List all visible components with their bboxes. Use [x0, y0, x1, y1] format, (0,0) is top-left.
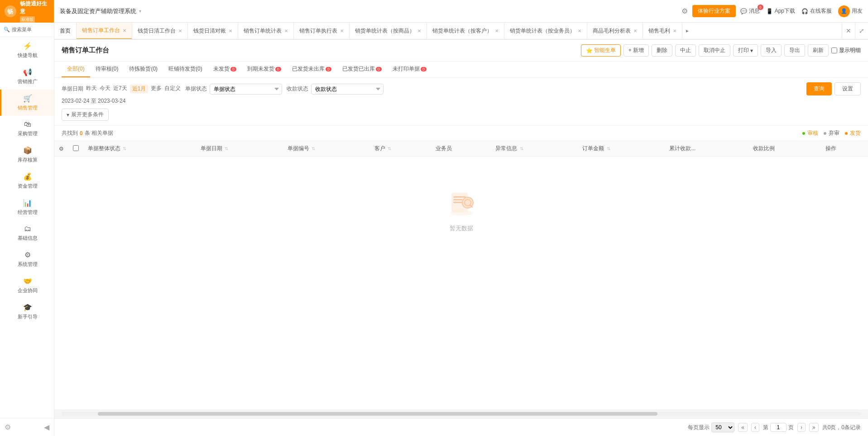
sidebar-item-marketing[interactable]: 📢 营销推广 — [0, 63, 54, 90]
per-page-select[interactable]: 50 20 100 — [711, 422, 734, 432]
tabs-more-btn[interactable]: ▸ — [682, 28, 692, 34]
tab-close-icon[interactable]: ✕ — [284, 28, 288, 33]
horizontal-scrollbar[interactable] — [62, 412, 861, 416]
th-amount[interactable]: 订单金额 ⇅ — [578, 141, 665, 156]
tab-close-icon[interactable]: ✕ — [495, 28, 499, 33]
tab-close-icon[interactable]: ✕ — [178, 28, 182, 33]
show-detail-checkbox[interactable] — [831, 47, 837, 53]
date-7days[interactable]: 近7天 — [113, 85, 127, 93]
tab-close-icon[interactable]: ✕ — [123, 28, 126, 33]
tab-close-icon[interactable]: ✕ — [633, 28, 637, 33]
set-btn[interactable]: 设置 — [834, 82, 861, 95]
tab-sales-order-exec[interactable]: 销售订单执行表 ✕ — [294, 23, 350, 39]
refresh-btn[interactable]: 刷新 — [808, 44, 829, 57]
date-more[interactable]: 更多 — [151, 85, 162, 93]
date-yesterday[interactable]: 昨天 — [86, 85, 97, 93]
print-btn[interactable]: 打印 ▾ — [733, 44, 758, 57]
subtab-all[interactable]: 全部(0) — [62, 62, 90, 77]
add-btn[interactable]: + 新增 — [623, 44, 649, 57]
subtab-overdue[interactable]: 到期未发货0 — [242, 62, 287, 77]
cancel-stop-btn[interactable]: 取消中止 — [699, 44, 730, 57]
th-staff[interactable]: 业务员 — [431, 141, 491, 156]
tab-sales-stats-product[interactable]: 销货单统计表（按商品） ✕ — [350, 23, 427, 39]
stop-btn[interactable]: 中止 — [675, 44, 696, 57]
smart-create-btn[interactable]: ⭐ 智能生单 — [581, 44, 621, 57]
first-page-btn[interactable]: « — [738, 423, 748, 432]
sidebar-item-operations[interactable]: 📊 经营管理 — [0, 194, 54, 220]
settings-icon[interactable]: ⚙ — [681, 7, 688, 15]
tab-sales-stats-customer[interactable]: 销货单统计表（按客户） ✕ — [427, 23, 504, 39]
table-header-row: ⚙ 单据整体状态 ⇅ 单据日期 ⇅ 单据编号 — [54, 141, 868, 156]
subtab-not-shipped[interactable]: 未发货0 — [208, 62, 242, 77]
tab-sales-stats-staff[interactable]: 销货单统计表（按业务员） ✕ — [504, 23, 587, 39]
th-settings[interactable]: ⚙ — [54, 141, 68, 156]
messages-btn[interactable]: 💬 消息 6 — [740, 7, 760, 15]
last-page-btn[interactable]: » — [809, 423, 819, 432]
date-custom[interactable]: 自定义 — [164, 85, 181, 93]
tab-close-icon[interactable]: ✕ — [673, 28, 676, 33]
subtab-shipped-out[interactable]: 已发货已出库0 — [337, 62, 387, 77]
date-1month[interactable]: 近1月 — [130, 85, 149, 93]
tab-home[interactable]: 首页 — [54, 23, 77, 39]
settings-icon[interactable]: ⚙ — [5, 423, 11, 431]
tab-sales-more[interactable]: 销售毛利 ✕ — [643, 23, 682, 39]
subtab-pending-check[interactable]: 待拣验货(0) — [124, 62, 163, 77]
app-download-btn[interactable]: 📱 App下载 — [766, 7, 795, 15]
sidebar-item-purchase[interactable]: 🛍 采购管理 — [0, 116, 54, 142]
tab-close-icon[interactable]: ✕ — [340, 28, 344, 33]
prev-page-btn[interactable]: ‹ — [751, 423, 759, 432]
show-detail-toggle[interactable]: 显示明细 — [831, 47, 861, 54]
close-all-tabs-btn[interactable]: ✕ — [842, 23, 855, 39]
th-date[interactable]: 单据日期 ⇅ — [196, 141, 283, 156]
user-menu[interactable]: 👤 用友 — [838, 5, 863, 17]
tab-close-icon[interactable]: ✕ — [417, 28, 421, 33]
sidebar-item-enterprise[interactable]: 🤝 企业协同 — [0, 272, 54, 299]
subtab-shipped-not-out[interactable]: 已发货未出库0 — [287, 62, 337, 77]
payment-select[interactable]: 收款状态 — [311, 84, 384, 95]
page-input[interactable] — [770, 423, 786, 432]
review-btn[interactable]: 审核 — [802, 129, 818, 137]
sidebar-item-inventory[interactable]: 📦 库存核算 — [0, 142, 54, 168]
th-customer[interactable]: 客户 ⇅ — [370, 141, 431, 156]
maximize-btn[interactable]: ⤢ — [855, 23, 868, 39]
sidebar-item-basic-info[interactable]: 🗂 基础信息 — [0, 220, 54, 246]
subtab-wangpu[interactable]: 旺铺待发货(0) — [163, 62, 208, 77]
th-checkbox[interactable] — [68, 141, 83, 156]
sidebar-item-sales[interactable]: 🛒 销售管理 — [0, 90, 54, 116]
subtab-pending-review[interactable]: 待审核(0) — [90, 62, 124, 77]
reject-btn[interactable]: 弃审 — [824, 129, 839, 137]
th-number[interactable]: 单据编号 ⇅ — [283, 141, 370, 156]
subtab-not-printed[interactable]: 未打印单据0 — [387, 62, 432, 77]
ship-btn[interactable]: 发货 — [845, 129, 861, 137]
tab-sales-workbench[interactable]: 销售订单工作台 ✕ — [77, 23, 132, 39]
industry-btn[interactable]: 体验行业方案 — [692, 5, 736, 17]
delete-btn[interactable]: 删除 — [652, 44, 672, 57]
th-anomaly[interactable]: 异常信息 ⇅ — [491, 141, 578, 156]
tab-sales-order-stats[interactable]: 销售订单统计表 ✕ — [238, 23, 294, 39]
status-select[interactable]: 单据状态 — [210, 84, 282, 95]
import-btn[interactable]: 导入 — [761, 44, 782, 57]
th-ratio[interactable]: 收款比例 — [748, 141, 821, 156]
sidebar-item-system[interactable]: ⚙ 系统管理 — [0, 246, 54, 272]
sidebar-item-finance[interactable]: 💰 资金管理 — [0, 168, 54, 194]
tab-close-icon[interactable]: ✕ — [578, 28, 581, 33]
sidebar-item-guide[interactable]: 🎓 新手引导 — [0, 299, 54, 325]
tab-product-margin[interactable]: 商品毛利分析表 ✕ — [587, 23, 643, 39]
date-today[interactable]: 今天 — [100, 85, 110, 93]
expand-filter-btn[interactable]: ▾ 展开更多条件 — [62, 109, 109, 121]
query-btn[interactable]: 查询 — [806, 82, 832, 95]
filter-row-1: 单据日期 昨天 今天 近7天 近1月 更多 自定义 单据状态 单据状态 — [62, 82, 861, 95]
th-collected[interactable]: 累计收款... — [665, 141, 748, 156]
tab-cash-reconcile[interactable]: 钱货日清对账 ✕ — [188, 23, 238, 39]
search-menu[interactable]: 🔍 搜索菜单 — [0, 23, 54, 37]
next-page-btn[interactable]: › — [797, 423, 806, 432]
tab-close-icon[interactable]: ✕ — [229, 28, 232, 33]
select-all-checkbox[interactable] — [73, 145, 79, 151]
export-btn[interactable]: 导出 — [784, 44, 805, 57]
scrollbar-thumb[interactable] — [98, 412, 657, 416]
sidebar-item-quick-nav[interactable]: ⚡ 快捷导航 — [0, 37, 54, 63]
online-service-btn[interactable]: 🎧 在线客服 — [801, 7, 832, 15]
collapse-icon[interactable]: ◀ — [44, 423, 49, 431]
tab-cash-daily[interactable]: 钱货日清工作台 ✕ — [132, 23, 188, 39]
th-status[interactable]: 单据整体状态 ⇅ — [83, 141, 196, 156]
